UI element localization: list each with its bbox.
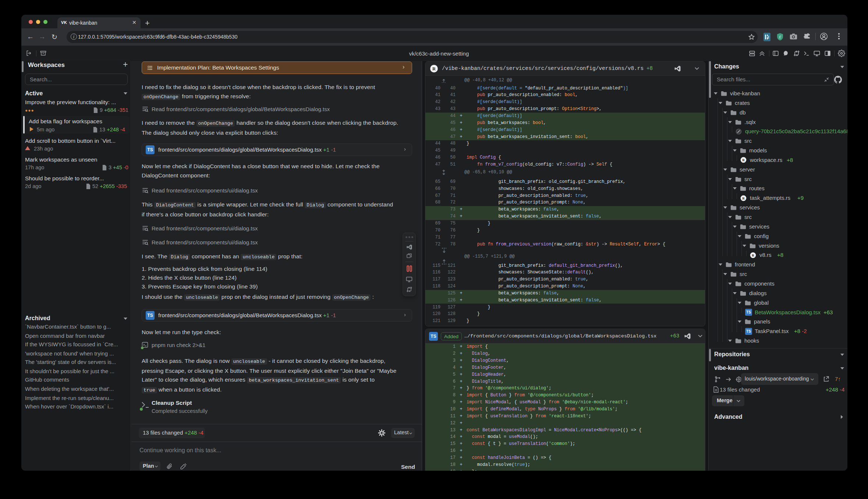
svg-text:R: R	[752, 254, 754, 257]
svg-text:R: R	[742, 158, 745, 162]
svg-text:R: R	[742, 196, 745, 200]
svg-text:£: £	[779, 35, 781, 39]
svg-text:R: R	[432, 66, 436, 71]
